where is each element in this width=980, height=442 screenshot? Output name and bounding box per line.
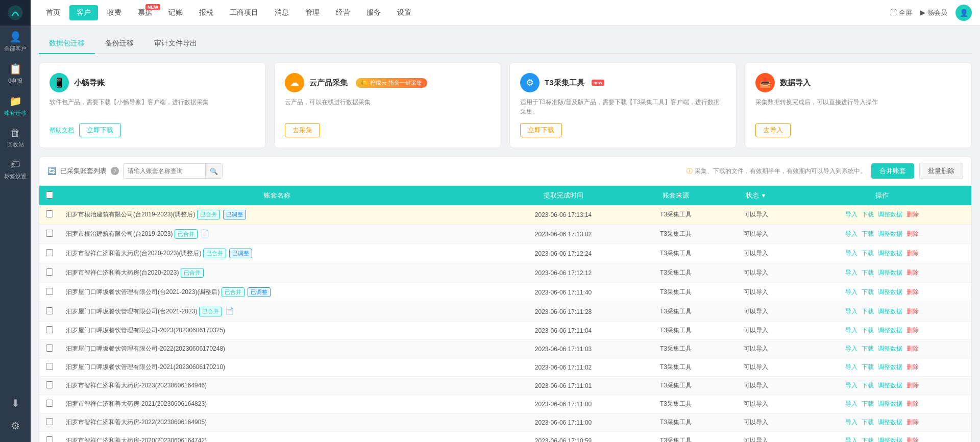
row-checkbox[interactable] bbox=[46, 268, 53, 276]
row-action-下载[interactable]: 下载 bbox=[862, 363, 874, 371]
row-action-调整数据[interactable]: 调整数据 bbox=[878, 400, 902, 407]
row-action-调整数据[interactable]: 调整数据 bbox=[878, 327, 902, 334]
row-checkbox[interactable] bbox=[46, 249, 53, 256]
sidebar-item-zero-declare[interactable]: 📋 0申报 bbox=[0, 58, 31, 90]
select-all-checkbox[interactable] bbox=[46, 191, 53, 199]
row-action-调整数据[interactable]: 调整数据 bbox=[878, 269, 902, 276]
row-action-删除[interactable]: 删除 bbox=[906, 327, 919, 334]
row-action-删除[interactable]: 删除 bbox=[906, 211, 919, 218]
row-action-导入[interactable]: 导入 bbox=[845, 363, 857, 371]
row-action-下载[interactable]: 下载 bbox=[862, 419, 874, 426]
row-checkbox[interactable] bbox=[46, 307, 53, 314]
fullscreen-btn[interactable]: ⛶ 全屏 bbox=[890, 8, 912, 17]
nav-settings[interactable]: 设置 bbox=[390, 5, 419, 20]
sidebar-item-user-settings[interactable]: ⚙ bbox=[0, 414, 31, 437]
row-action-删除[interactable]: 删除 bbox=[906, 382, 919, 389]
xiaochang-download-btn[interactable]: 立即下载 bbox=[79, 123, 121, 137]
row-checkbox[interactable] bbox=[46, 436, 53, 442]
sidebar-item-account-migrate[interactable]: 📁 账套迁移 bbox=[0, 90, 31, 122]
row-action-导入[interactable]: 导入 bbox=[845, 419, 857, 426]
row-action-调整数据[interactable]: 调整数据 bbox=[878, 288, 902, 296]
nav-manage[interactable]: 管理 bbox=[298, 5, 327, 20]
row-action-调整数据[interactable]: 调整数据 bbox=[878, 419, 902, 426]
nav-client[interactable]: 客户 bbox=[69, 5, 98, 20]
sidebar-item-recycle[interactable]: 🗑 回收站 bbox=[0, 122, 31, 154]
row-action-下载[interactable]: 下载 bbox=[862, 230, 874, 237]
dataimport-go-btn[interactable]: 去导入 bbox=[755, 123, 791, 137]
sidebar-item-download[interactable]: ⬇ bbox=[0, 392, 31, 414]
merge-account-btn[interactable]: 合并账套 bbox=[871, 163, 914, 179]
row-checkbox[interactable] bbox=[46, 381, 53, 388]
member-btn[interactable]: ▶ 畅会员 bbox=[920, 8, 947, 17]
row-action-下载[interactable]: 下载 bbox=[862, 288, 874, 296]
row-action-下载[interactable]: 下载 bbox=[862, 327, 874, 334]
row-action-导入[interactable]: 导入 bbox=[845, 269, 857, 276]
t3-download-btn[interactable]: 立即下载 bbox=[520, 123, 562, 137]
row-checkbox[interactable] bbox=[46, 345, 53, 352]
row-action-下载[interactable]: 下载 bbox=[862, 308, 874, 315]
nav-bookkeeping[interactable]: 记账 bbox=[161, 5, 190, 20]
nav-home[interactable]: 首页 bbox=[39, 5, 67, 20]
row-action-删除[interactable]: 删除 bbox=[906, 308, 919, 315]
row-action-调整数据[interactable]: 调整数据 bbox=[878, 230, 902, 237]
tab-backup-migrate[interactable]: 备份迁移 bbox=[95, 34, 144, 54]
nav-message[interactable]: 消息 bbox=[267, 5, 296, 20]
cloud-collect-btn[interactable]: 去采集 bbox=[285, 123, 320, 137]
row-checkbox[interactable] bbox=[46, 418, 53, 425]
search-input[interactable] bbox=[124, 167, 205, 175]
nav-tax[interactable]: 报税 bbox=[192, 5, 220, 20]
row-action-下载[interactable]: 下载 bbox=[862, 382, 874, 389]
row-action-调整数据[interactable]: 调整数据 bbox=[878, 382, 902, 389]
sidebar-item-tag-settings[interactable]: 🏷 标签设置 bbox=[0, 154, 31, 185]
row-action-删除[interactable]: 删除 bbox=[906, 230, 919, 237]
row-action-删除[interactable]: 删除 bbox=[906, 363, 919, 371]
row-action-删除[interactable]: 删除 bbox=[906, 400, 919, 407]
row-checkbox[interactable] bbox=[46, 288, 53, 295]
row-action-导入[interactable]: 导入 bbox=[845, 211, 857, 218]
row-action-下载[interactable]: 下载 bbox=[862, 437, 874, 442]
row-action-删除[interactable]: 删除 bbox=[906, 250, 919, 257]
row-action-导入[interactable]: 导入 bbox=[845, 327, 857, 334]
refresh-icon[interactable]: 🔄 bbox=[47, 167, 56, 175]
row-action-下载[interactable]: 下载 bbox=[862, 250, 874, 257]
row-action-下载[interactable]: 下载 bbox=[862, 269, 874, 276]
row-action-下载[interactable]: 下载 bbox=[862, 345, 874, 352]
row-action-调整数据[interactable]: 调整数据 bbox=[878, 308, 902, 315]
nav-industry[interactable]: 工商项目 bbox=[223, 5, 265, 20]
search-btn[interactable]: 🔍 bbox=[205, 163, 222, 179]
tab-audit-export[interactable]: 审计文件导出 bbox=[144, 34, 207, 54]
row-action-删除[interactable]: 删除 bbox=[906, 269, 919, 276]
nav-ticket[interactable]: 票据 NEW bbox=[131, 5, 159, 20]
nav-operation[interactable]: 经营 bbox=[329, 5, 357, 20]
batch-delete-btn[interactable]: 批量删除 bbox=[919, 163, 963, 179]
row-action-调整数据[interactable]: 调整数据 bbox=[878, 250, 902, 257]
row-action-删除[interactable]: 删除 bbox=[906, 419, 919, 426]
row-checkbox[interactable] bbox=[46, 326, 53, 333]
row-action-导入[interactable]: 导入 bbox=[845, 400, 857, 407]
row-action-导入[interactable]: 导入 bbox=[845, 250, 857, 257]
row-action-导入[interactable]: 导入 bbox=[845, 382, 857, 389]
row-action-导入[interactable]: 导入 bbox=[845, 288, 857, 296]
tab-data-migrate[interactable]: 数据包迁移 bbox=[39, 34, 95, 54]
row-checkbox[interactable] bbox=[46, 230, 53, 237]
sidebar-item-all-clients[interactable]: 👤 全部客户 bbox=[0, 26, 31, 58]
row-action-调整数据[interactable]: 调整数据 bbox=[878, 345, 902, 352]
row-action-删除[interactable]: 删除 bbox=[906, 288, 919, 296]
row-action-导入[interactable]: 导入 bbox=[845, 230, 857, 237]
row-checkbox[interactable] bbox=[46, 400, 53, 407]
row-action-删除[interactable]: 删除 bbox=[906, 345, 919, 352]
nav-service[interactable]: 服务 bbox=[359, 5, 388, 20]
row-action-下载[interactable]: 下载 bbox=[862, 400, 874, 407]
row-action-调整数据[interactable]: 调整数据 bbox=[878, 363, 902, 371]
row-action-调整数据[interactable]: 调整数据 bbox=[878, 211, 902, 218]
nav-charge[interactable]: 收费 bbox=[100, 5, 129, 20]
row-action-下载[interactable]: 下载 bbox=[862, 211, 874, 218]
row-action-调整数据[interactable]: 调整数据 bbox=[878, 437, 902, 442]
row-action-删除[interactable]: 删除 bbox=[906, 437, 919, 442]
row-checkbox[interactable] bbox=[46, 363, 53, 370]
row-action-导入[interactable]: 导入 bbox=[845, 437, 857, 442]
xiaochang-help-link[interactable]: 帮助文档 bbox=[50, 126, 74, 135]
row-action-导入[interactable]: 导入 bbox=[845, 308, 857, 315]
row-action-导入[interactable]: 导入 bbox=[845, 345, 857, 352]
avatar[interactable]: 👤 bbox=[955, 5, 972, 21]
